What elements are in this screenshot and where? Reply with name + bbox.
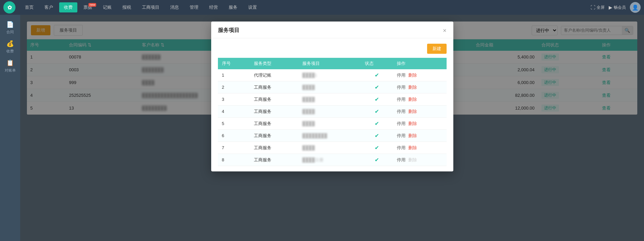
- delete-button[interactable]: 删除: [408, 157, 417, 162]
- nav-item-shezhi[interactable]: 设置: [243, 2, 262, 12]
- modal-table-row: 8工商服务████注册✔停用删除: [218, 154, 447, 166]
- delete-button[interactable]: 删除: [408, 97, 417, 102]
- nav-item-guanli[interactable]: 管理: [185, 2, 203, 12]
- sidebar-item-contract[interactable]: 📄合同: [1, 18, 19, 37]
- modal-table-row: 1代理记账████1✔停用删除: [218, 69, 447, 81]
- nav-item-baoshui[interactable]: 报税: [118, 2, 136, 12]
- service-items-modal: 服务项目 × 新建 序号服务类型服务项目状态操作 1代理记账████1✔停用删除…: [211, 22, 453, 171]
- modal-toolbar: 新建: [218, 44, 447, 54]
- delete-button[interactable]: 删除: [408, 85, 417, 90]
- status-check-icon: ✔: [375, 157, 379, 163]
- nav-item-jiz[interactable]: 记账: [98, 2, 116, 12]
- left-sidebar: 📄合同💰收费📋对账单: [0, 15, 20, 241]
- stop-button[interactable]: 停用: [397, 133, 406, 138]
- modal-col-序号: 序号: [218, 58, 250, 69]
- delete-button[interactable]: 删除: [408, 145, 417, 150]
- modal-table-row: 5工商服务████✔停用删除: [218, 118, 447, 130]
- modal-table-wrap[interactable]: 序号服务类型服务项目状态操作 1代理记账████1✔停用删除2工商服务████✔…: [218, 58, 447, 166]
- modal-table-row: 4工商服务████✔停用删除: [218, 106, 447, 118]
- stop-button[interactable]: 停用: [397, 97, 406, 102]
- modal-col-状态: 状态: [361, 58, 393, 69]
- modal-col-服务类型: 服务类型: [250, 58, 298, 69]
- right-controls: ⛶ 全屏 ▶ 畅会员 👤: [591, 2, 641, 13]
- app-logo: ✿: [3, 1, 15, 13]
- delete-button[interactable]: 删除: [408, 73, 417, 78]
- modal-new-button[interactable]: 新建: [427, 44, 447, 54]
- contract-icon: 📄: [6, 21, 14, 28]
- nav-item-jingying[interactable]: 经营: [204, 2, 223, 12]
- nav-item-customer[interactable]: 客户: [40, 2, 58, 12]
- delete-button[interactable]: 删除: [408, 133, 417, 138]
- nav-item-gongshang[interactable]: 工商项目: [137, 2, 164, 12]
- duizhang-icon: 📋: [6, 59, 14, 67]
- stop-button[interactable]: 停用: [397, 73, 406, 78]
- nav-item-home[interactable]: 首页: [20, 2, 38, 12]
- member-button[interactable]: ▶ 畅会员: [609, 5, 626, 10]
- shoufei-icon: 💰: [6, 40, 14, 47]
- user-avatar[interactable]: 👤: [630, 2, 641, 13]
- service-items-table: 序号服务类型服务项目状态操作 1代理记账████1✔停用删除2工商服务████✔…: [218, 58, 447, 166]
- content-area: 新增 服务项目 进行中全部已终止 🔍 序号合同编码 ⇅客户名称 ⇅服务项目 ⇅服…: [20, 15, 644, 241]
- status-check-icon: ✔: [375, 133, 379, 138]
- nav-item-piao[interactable]: 票据new: [79, 2, 97, 12]
- status-check-icon: ✔: [375, 109, 379, 114]
- status-check-icon: ✔: [375, 84, 379, 90]
- modal-header: 服务项目 ×: [211, 22, 453, 38]
- status-check-icon: ✔: [375, 121, 379, 126]
- sidebar-item-shoufei[interactable]: 💰收费: [1, 37, 19, 56]
- modal-body: 新建 序号服务类型服务项目状态操作 1代理记账████1✔停用删除2工商服务██…: [211, 38, 453, 171]
- stop-button[interactable]: 停用: [397, 145, 406, 150]
- stop-button[interactable]: 停用: [397, 121, 406, 126]
- modal-overlay: 服务项目 × 新建 序号服务类型服务项目状态操作 1代理记账████1✔停用删除…: [20, 15, 644, 241]
- modal-close-button[interactable]: ×: [443, 28, 447, 34]
- stop-button[interactable]: 停用: [397, 109, 406, 114]
- modal-col-服务项目: 服务项目: [298, 58, 361, 69]
- nav-item-fuwu[interactable]: 服务: [224, 2, 242, 12]
- top-navigation: ✿ 首页客户收费票据new记账报税工商项目消息管理经营服务设置 ⛶ 全屏 ▶ 畅…: [0, 0, 644, 15]
- delete-button[interactable]: 删除: [408, 109, 417, 114]
- status-check-icon: ✔: [375, 96, 379, 102]
- fullscreen-button[interactable]: ⛶ 全屏: [591, 5, 605, 10]
- modal-table-row: 2工商服务████✔停用删除: [218, 81, 447, 93]
- status-check-icon: ✔: [375, 145, 379, 151]
- delete-button[interactable]: 删除: [408, 121, 417, 126]
- nav-item-xiaoxi[interactable]: 消息: [165, 2, 184, 12]
- modal-table-row: 6工商服务████████✔停用删除: [218, 130, 447, 142]
- modal-col-操作: 操作: [393, 58, 447, 69]
- status-check-icon: ✔: [375, 72, 379, 78]
- modal-table-row: 3工商服务████✔停用删除: [218, 93, 447, 106]
- stop-button[interactable]: 停用: [397, 85, 406, 90]
- stop-button[interactable]: 停用: [397, 157, 406, 162]
- sidebar-item-duizhang[interactable]: 📋对账单: [1, 56, 19, 76]
- nav-item-shoufe[interactable]: 收费: [59, 2, 77, 12]
- modal-table-row: 7工商服务████✔停用删除: [218, 142, 447, 154]
- modal-title: 服务项目: [218, 27, 239, 34]
